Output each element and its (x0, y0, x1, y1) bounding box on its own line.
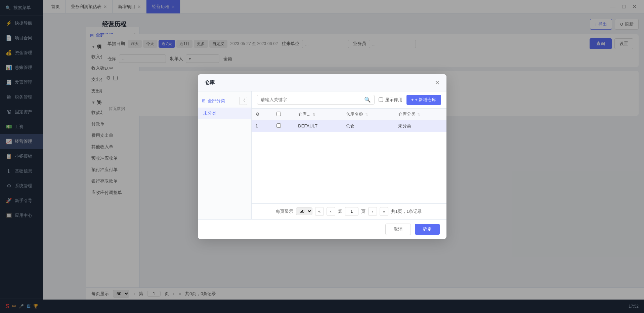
table-select-all[interactable] (276, 112, 281, 116)
col-settings-header[interactable]: ⚙ (252, 109, 273, 120)
all-category-label: 全部分类 (208, 98, 225, 104)
add-warehouse-button[interactable]: + + 新增仓库 (406, 95, 441, 105)
col-checkbox-header[interactable] (272, 109, 294, 120)
modal-main: 🔍 显示停用 + + 新增仓库 ⚙ (252, 91, 446, 219)
row-checkbox[interactable] (272, 120, 294, 132)
modal-close-btn[interactable]: ✕ (435, 79, 440, 86)
modal-collapse-sidebar-btn[interactable]: 《 (239, 97, 247, 105)
modal-title: 仓库 (205, 79, 215, 86)
show-disabled-label[interactable]: 显示停用 (379, 97, 402, 103)
row-code: DEFAULT (294, 120, 342, 132)
modal-next-page-btn[interactable]: › (368, 207, 377, 216)
show-disabled-checkbox[interactable] (379, 97, 383, 102)
uncategorized-label: 未分类 (203, 111, 216, 116)
col-category-header[interactable]: 仓库分类 ⇅ (394, 109, 446, 120)
modal-sidebar-uncategorized[interactable]: 未分类 (198, 108, 251, 119)
row-category: 未分类 (394, 120, 446, 132)
modal-first-page-btn[interactable]: « (315, 207, 324, 216)
col-code-header[interactable]: 仓库... ⇅ (294, 109, 342, 120)
modal-actions: 取消 确定 (198, 219, 446, 239)
cancel-button[interactable]: 取消 (385, 224, 411, 235)
page-label: 算 (338, 208, 342, 214)
grid-small-icon: ⊞ (202, 98, 206, 103)
sort-icon: ⇅ (312, 113, 315, 116)
modal-sidebar: ⊞ 全部分类 《 未分类 (198, 91, 252, 219)
search-icon: 🔍 (364, 96, 371, 103)
modal-header: 仓库 ✕ (198, 74, 446, 91)
show-disabled-text: 显示停用 (385, 97, 402, 103)
row-index: 1 (252, 120, 273, 132)
modal-last-page-btn[interactable]: » (380, 207, 388, 216)
plus-icon: + (411, 97, 414, 102)
row-name: 总仓 (342, 120, 394, 132)
modal-sidebar-all-category[interactable]: ⊞ 全部分类 《 (198, 94, 251, 108)
modal-toolbar: 🔍 显示停用 + + 新增仓库 (252, 91, 446, 109)
page-unit: 页 (361, 208, 366, 214)
modal-pagination: 每页显示 50 « ‹ 算 页 › » 共1页，1条记 (252, 203, 446, 219)
modal-search-input[interactable] (261, 97, 362, 102)
modal-table: ⚙ 仓库... ⇅ 仓库名称 ⇅ (252, 109, 446, 203)
modal-prev-page-btn[interactable]: ‹ (327, 207, 335, 216)
modal-total-info: 共1页，1条记录 (391, 208, 422, 214)
per-page-label: 每页显示 (276, 208, 293, 214)
col-name-header[interactable]: 仓库名称 ⇅ (342, 109, 394, 120)
modal-per-page-select[interactable]: 50 (296, 207, 312, 215)
settings-icon: ⚙ (256, 112, 260, 117)
modal-search-box[interactable]: 🔍 (257, 95, 375, 105)
table-row[interactable]: 1 DEFAULT 总仓 未分类 (252, 120, 446, 132)
warehouse-modal: 仓库 ✕ ⊞ 全部分类 《 未分类 🔍 (198, 74, 446, 239)
sort-icon: ⇅ (417, 113, 420, 116)
modal-body: ⊞ 全部分类 《 未分类 🔍 显示停用 (198, 91, 446, 219)
modal-page-input[interactable] (345, 207, 358, 216)
add-warehouse-label: + 新增仓库 (415, 97, 436, 103)
confirm-button[interactable]: 确定 (415, 224, 440, 235)
sort-icon: ⇅ (365, 113, 368, 116)
